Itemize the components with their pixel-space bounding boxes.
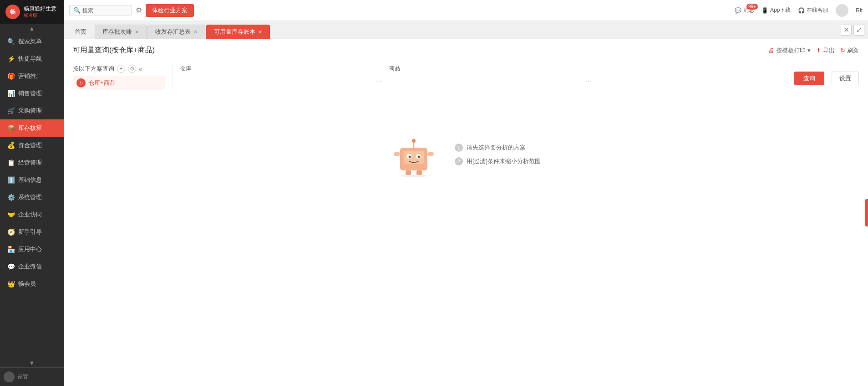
tip-num-2: 2	[455, 157, 463, 165]
sidebar-item-enterprise[interactable]: 🤝企业协同	[0, 206, 64, 223]
sidebar-item-label-purchase: 采购管理	[18, 107, 42, 115]
tip-item-2: 2 用[过滤]条件来缩小分析范围	[455, 157, 541, 165]
tab-label-available-stock: 可用量库存账本	[214, 28, 255, 36]
tab-close-stock-summary[interactable]: ✕	[193, 29, 198, 35]
nav-icon-basic: ℹ️	[7, 176, 15, 184]
tab-close-button[interactable]: ✕	[841, 25, 852, 36]
sidebar-item-label-operations: 经营管理	[18, 159, 42, 167]
sidebar-item-label-member: 畅会员	[18, 280, 36, 288]
sidebar-item-finance[interactable]: 💰资金管理	[0, 137, 64, 154]
sidebar-item-purchase[interactable]: 🛒采购管理	[0, 102, 64, 119]
sidebar-username: 设置	[17, 373, 28, 381]
sidebar-nav: 🔍搜索菜单⚡快捷导航🎁营销推广📊销售管理🛒采购管理📦库存核算💰资金管理📋经营管理…	[0, 33, 64, 358]
nav-icon-sales: 📊	[7, 90, 15, 97]
sidebar-item-shortcut[interactable]: ⚡快捷导航	[0, 50, 64, 67]
message-item[interactable]: 💬 消息 99+	[735, 6, 754, 14]
sidebar-scroll-up[interactable]: ▲	[0, 24, 64, 33]
svg-rect-10	[406, 170, 411, 175]
content-area: 可用量查询(按仓库+商品) 🖨 按模板打印 ▾ ⬆ 导出 ↻ 刷新	[64, 39, 868, 386]
user-avatar[interactable]	[836, 4, 848, 17]
scheme-item-warehouse-product[interactable]: ↻ 仓库+商品	[73, 76, 165, 90]
tab-label-home: 首页	[75, 28, 86, 36]
main-area: 🔍 ⚙ 体验行业方案 💬 消息 99+ 📱 App下载 🎧 在线客服 Rit	[64, 0, 868, 386]
sidebar-item-appstore[interactable]: 🏪应用中心	[0, 241, 64, 258]
sidebar-item-label-finance: 资金管理	[18, 141, 42, 149]
svg-point-5	[417, 156, 420, 158]
query-button[interactable]: 查询	[794, 72, 824, 85]
sidebar-item-search[interactable]: 🔍搜索菜单	[0, 33, 64, 50]
nav-icon-finance: 💰	[7, 142, 15, 149]
sidebar-item-inventory[interactable]: 📦库存核算	[0, 119, 64, 137]
trial-button[interactable]: 体验行业方案	[146, 4, 194, 17]
online-service-item[interactable]: 🎧 在线客服	[798, 6, 828, 14]
tab-batch-account[interactable]: 库存批次账✕	[95, 25, 147, 39]
sidebar-title: 畅康通好生意	[24, 5, 56, 13]
topbar: 🔍 ⚙ 体验行业方案 💬 消息 99+ 📱 App下载 🎧 在线客服 Rit	[64, 0, 868, 21]
app-download-item[interactable]: 📱 App下载	[761, 6, 791, 14]
empty-tips: 1 请先选择要分析的方案 2 用[过滤]条件来缩小分析范围	[455, 144, 541, 165]
settings-scheme-icon[interactable]: ⚙	[128, 65, 136, 73]
sidebar-item-newbie[interactable]: 🧭新手引导	[0, 223, 64, 241]
page-actions: 🖨 按模板打印 ▾ ⬆ 导出 ↻ 刷新	[768, 46, 859, 55]
svg-rect-8	[394, 152, 400, 156]
sidebar-item-label-shortcut: 快捷导航	[18, 55, 42, 63]
sidebar-logo: 畅	[5, 5, 20, 19]
print-icon: 🖨	[768, 47, 774, 54]
nav-icon-appstore: 🏪	[7, 246, 15, 253]
sidebar-item-wechat[interactable]: 💬企业微信	[0, 258, 64, 275]
settings-button[interactable]: 设置	[832, 72, 859, 85]
add-scheme-icon[interactable]: +	[117, 65, 125, 73]
nav-icon-member: 👑	[7, 280, 15, 288]
nav-icon-shortcut: ⚡	[7, 55, 15, 62]
tab-close-available-stock[interactable]: ✕	[258, 29, 262, 35]
sidebar-item-sales[interactable]: 📊销售管理	[0, 85, 64, 102]
tab-close-batch-account[interactable]: ✕	[135, 29, 139, 35]
message-badge: 99+	[746, 4, 758, 10]
filter-schemes: 按以下方案查询 + ⚙ « ↻ 仓库+商品	[73, 65, 173, 90]
page-title: 可用量查询(按仓库+商品)	[73, 46, 155, 55]
message-icon: 💬	[735, 7, 741, 14]
sidebar-edition: 标准版	[24, 12, 56, 19]
topbar-search[interactable]: 🔍	[69, 5, 132, 15]
sidebar-item-label-newbie: 新手引导	[18, 228, 42, 236]
tab-stock-summary[interactable]: 收发存汇总表✕	[147, 25, 205, 39]
sidebar-item-marketing[interactable]: 🎁营销推广	[0, 67, 64, 85]
sidebar-item-label-inventory: 库存核算	[18, 124, 42, 132]
product-dots[interactable]: ...	[585, 75, 591, 85]
tabbar-right: ✕ ⤢	[841, 25, 864, 36]
sidebar-item-member[interactable]: 👑畅会员	[0, 275, 64, 293]
sidebar-item-system[interactable]: ⚙️系统管理	[0, 189, 64, 206]
filter-section-label: 按以下方案查询 + ⚙ «	[73, 65, 165, 73]
avatar	[4, 371, 15, 382]
sidebar-item-label-basic: 基础信息	[18, 176, 42, 184]
nav-icon-wechat: 💬	[7, 263, 15, 270]
tab-home[interactable]: 首页	[67, 25, 94, 39]
filter-area: 按以下方案查询 + ⚙ « ↻ 仓库+商品 仓库 ... 商品	[64, 60, 868, 95]
product-input[interactable]	[389, 74, 578, 85]
gear-icon[interactable]: ⚙	[136, 6, 142, 15]
export-action[interactable]: ⬆ 导出	[816, 46, 835, 55]
nav-icon-enterprise: 🤝	[7, 211, 15, 218]
sidebar-item-label-search: 搜索菜单	[18, 37, 42, 46]
warehouse-dots[interactable]: ...	[376, 75, 382, 85]
warehouse-input[interactable]	[180, 74, 369, 85]
sidebar-item-operations[interactable]: 📋经营管理	[0, 154, 64, 171]
refresh-action[interactable]: ↻ 刷新	[840, 46, 859, 55]
search-input[interactable]	[82, 7, 128, 14]
tab-available-stock[interactable]: 可用量库存账本✕	[206, 25, 270, 39]
tabbar: 首页库存批次账✕收发存汇总表✕可用量库存账本✕ ✕ ⤢	[64, 21, 868, 39]
nav-icon-inventory: 📦	[7, 124, 15, 132]
print-action[interactable]: 🖨 按模板打印 ▾	[768, 46, 811, 55]
sidebar-item-basic[interactable]: ℹ️基础信息	[0, 171, 64, 189]
nav-icon-marketing: 🎁	[7, 72, 15, 80]
svg-rect-9	[427, 152, 434, 156]
collapse-icon[interactable]: «	[139, 65, 142, 72]
tab-label-stock-summary: 收发存汇总表	[155, 28, 191, 36]
search-icon: 🔍	[73, 7, 81, 14]
empty-robot-illustration	[391, 132, 437, 177]
chevron-down-icon: ▾	[807, 47, 811, 54]
nav-icon-purchase: 🛒	[7, 107, 15, 114]
topbar-right: 💬 消息 99+ 📱 App下载 🎧 在线客服 Rit	[735, 4, 863, 17]
tab-maximize-button[interactable]: ⤢	[853, 25, 864, 36]
sidebar-scroll-down[interactable]: ▼	[0, 358, 64, 367]
